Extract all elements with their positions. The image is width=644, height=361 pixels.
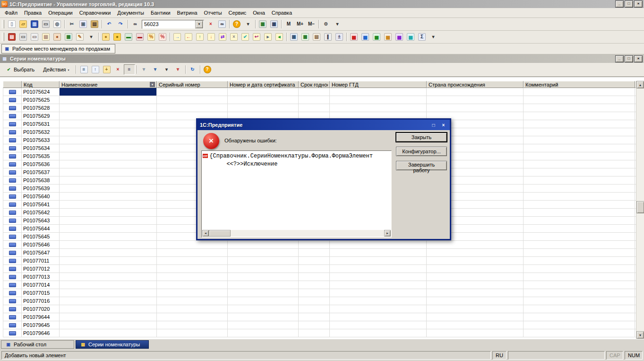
menu-windows[interactable]: Окна	[249, 9, 268, 17]
cell-shelf-life[interactable]	[299, 297, 330, 305]
memory-recall-button[interactable]: М	[283, 19, 294, 29]
row-marker-cell[interactable]	[3, 201, 22, 209]
sales-report-button[interactable]: ▅	[348, 32, 360, 42]
cell-gtd-number[interactable]	[330, 281, 427, 289]
cell-comment[interactable]	[524, 329, 635, 337]
quick-search-combobox[interactable]: 56023 ▼	[142, 20, 204, 29]
cell-comment[interactable]	[524, 176, 635, 185]
cell-serial-number[interactable]	[157, 313, 228, 321]
cell-name[interactable]	[60, 289, 157, 297]
cell-country[interactable]	[427, 265, 524, 273]
cell-comment[interactable]	[524, 168, 635, 176]
spreadsheet-button[interactable]: ▦	[257, 19, 268, 29]
scrollbar-thumb[interactable]	[209, 230, 231, 237]
cell-serial-number[interactable]	[157, 96, 228, 104]
row-marker-cell[interactable]	[3, 128, 22, 136]
cut-button[interactable]: ✂	[66, 19, 77, 29]
copy-button[interactable]: ▣	[77, 19, 89, 29]
cell-comment[interactable]	[524, 136, 635, 144]
cell-comment[interactable]	[524, 217, 635, 225]
menu-documents[interactable]: Документы	[114, 9, 147, 17]
cell-shelf-life[interactable]	[299, 281, 330, 289]
toolbar-options-arrow-button[interactable]: ▾	[332, 19, 343, 29]
cell-name[interactable]	[60, 144, 157, 152]
select-button[interactable]: ✔ Выбрать	[2, 64, 38, 75]
undo-button[interactable]: ↶	[103, 19, 115, 29]
cell-serial-number[interactable]	[157, 305, 228, 313]
cell-shelf-life[interactable]	[299, 273, 330, 281]
row-marker-cell[interactable]	[3, 281, 22, 289]
barcode-button[interactable]: ∥	[322, 32, 334, 42]
goods-writeoff-button[interactable]: ×	[228, 32, 240, 42]
cell-code[interactable]: P01077020	[22, 305, 60, 313]
cell-code[interactable]: P01075643	[22, 217, 60, 225]
cell-certificate[interactable]	[228, 305, 299, 313]
cell-country[interactable]	[427, 104, 524, 112]
row-marker-cell[interactable]	[3, 241, 22, 249]
cell-code[interactable]: P01075629	[22, 112, 60, 120]
go-up-level-button[interactable]: ↑	[90, 64, 101, 75]
table-row[interactable]: P01075624	[3, 88, 636, 96]
cell-serial-number[interactable]	[157, 281, 228, 289]
cell-code[interactable]: P01075624	[22, 88, 60, 96]
child-restore-button[interactable]: □	[625, 55, 633, 62]
cell-shelf-life[interactable]	[299, 289, 330, 297]
cell-code[interactable]: P01075628	[22, 104, 60, 112]
row-marker-cell[interactable]	[3, 289, 22, 297]
cell-shelf-life[interactable]	[299, 241, 330, 249]
goods-transfer-button[interactable]: ⇄	[217, 32, 228, 42]
menu-operations[interactable]: Операции	[45, 9, 76, 17]
hierarchy-toggle-button[interactable]: ≡	[124, 64, 135, 75]
table-row[interactable]: P01077014	[3, 281, 636, 289]
cell-comment[interactable]	[524, 321, 635, 329]
scroll-left-button[interactable]: ◄	[202, 230, 209, 237]
cell-certificate[interactable]	[228, 297, 299, 305]
cell-name[interactable]	[60, 313, 157, 321]
cell-country[interactable]	[427, 305, 524, 313]
row-marker-cell[interactable]	[3, 136, 22, 144]
cell-gtd-number[interactable]	[330, 305, 427, 313]
cell-name[interactable]	[60, 217, 157, 225]
refresh-button[interactable]: ↻	[187, 64, 198, 75]
cell-country[interactable]	[427, 249, 524, 257]
cell-name[interactable]	[60, 128, 157, 136]
cell-gtd-number[interactable]	[330, 273, 427, 281]
open-folder-button[interactable]: ▱	[17, 19, 29, 29]
row-marker-cell[interactable]	[3, 265, 22, 273]
price-list-button[interactable]: ▤	[311, 32, 322, 42]
documents-journal-button[interactable]: ▤	[40, 32, 52, 42]
cell-serial-number[interactable]	[157, 265, 228, 273]
cell-certificate[interactable]	[228, 96, 299, 104]
scrollbar-thumb[interactable]	[636, 201, 644, 213]
cell-code[interactable]: P01079645	[22, 321, 60, 329]
debt-report-button[interactable]: ▅	[371, 32, 382, 42]
row-marker-cell[interactable]	[3, 176, 22, 185]
cell-gtd-number[interactable]	[330, 289, 427, 297]
table-row[interactable]: P01079645	[3, 321, 636, 329]
cell-country[interactable]	[427, 289, 524, 297]
cell-comment[interactable]	[524, 281, 635, 289]
close-button[interactable]: ×	[634, 0, 643, 8]
print-preview-button[interactable]: ◎	[52, 19, 63, 29]
cell-name[interactable]	[60, 136, 157, 144]
stock-report-button[interactable]: ▅	[360, 32, 371, 42]
cell-country[interactable]	[427, 281, 524, 289]
row-marker-cell[interactable]	[3, 112, 22, 120]
filter-settings-button[interactable]: ▼	[150, 64, 161, 75]
cell-comment[interactable]	[524, 201, 635, 209]
toolbar-grip[interactable]	[2, 20, 4, 28]
minimize-button[interactable]: _	[615, 0, 624, 8]
cell-name[interactable]	[60, 104, 157, 112]
address-book-button[interactable]: ▤	[6, 32, 17, 42]
cell-name[interactable]	[60, 249, 157, 257]
cell-country[interactable]	[427, 297, 524, 305]
universal-report-button[interactable]: Σ	[416, 32, 428, 42]
settings-menu-arrow-button[interactable]: ▾	[86, 32, 97, 42]
cell-code[interactable]: P01075638	[22, 176, 60, 185]
cell-comment[interactable]	[524, 128, 635, 136]
cell-comment[interactable]	[524, 265, 635, 273]
cell-shelf-life[interactable]	[299, 305, 330, 313]
cell-comment[interactable]	[524, 297, 635, 305]
cash-receipt-button[interactable]: ●	[100, 32, 112, 42]
restore-button[interactable]: □	[625, 0, 633, 8]
